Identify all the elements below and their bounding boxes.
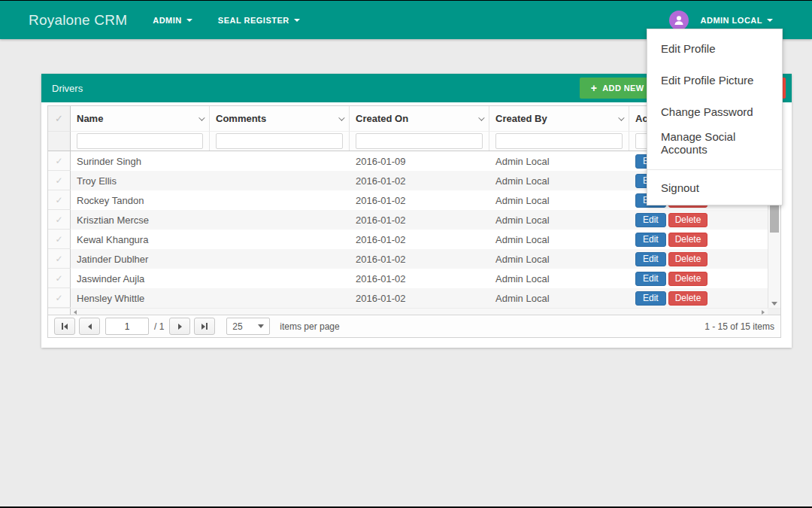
- person-icon: [673, 14, 685, 26]
- filter-input-comments[interactable]: [216, 133, 343, 149]
- edit-button[interactable]: Edit: [635, 291, 666, 306]
- cell-created-by: Admin Local: [489, 288, 629, 308]
- cell-actions: Edit Delete: [629, 269, 769, 288]
- column-menu-chevron-icon[interactable]: [618, 114, 624, 120]
- cell-created-by: Admin Local: [489, 269, 629, 288]
- filter-cell-created-by: [489, 132, 629, 151]
- select-all-column-header[interactable]: ✓: [48, 106, 71, 132]
- menu-item-label: Edit Profile Picture: [661, 74, 753, 87]
- delete-button[interactable]: Delete: [668, 233, 708, 247]
- pager-previous-page-button[interactable]: [79, 318, 100, 335]
- nav-menu-seal-register[interactable]: SEAL REGISTER: [218, 16, 300, 25]
- cell-created-by: Admin Local: [489, 151, 629, 171]
- hscroll-left-spacer: [48, 309, 71, 315]
- chevron-down-icon: [294, 19, 300, 22]
- column-header-name[interactable]: Name: [71, 106, 210, 132]
- plus-icon: +: [591, 82, 598, 94]
- edit-button[interactable]: Edit: [635, 272, 666, 286]
- table-row: ✓ Jatinder Dublher 2016-01-02 Admin Loca…: [48, 249, 780, 269]
- cell-created-by: Admin Local: [489, 249, 629, 269]
- scroll-left-arrow-icon[interactable]: [71, 309, 80, 315]
- check-icon: ✓: [55, 113, 63, 124]
- delete-button[interactable]: Delete: [668, 252, 708, 266]
- check-icon: ✓: [55, 156, 62, 166]
- filter-cell-name: [71, 132, 210, 151]
- column-menu-chevron-icon[interactable]: [478, 114, 484, 120]
- pager-page-input[interactable]: [105, 318, 149, 335]
- menu-item-edit-profile-picture[interactable]: Edit Profile Picture: [647, 64, 782, 96]
- cell-created-on: 2016-01-02: [350, 230, 489, 249]
- scrollbar-corner: [768, 309, 780, 315]
- check-icon: ✓: [55, 293, 62, 303]
- menu-item-edit-profile[interactable]: Edit Profile: [647, 32, 782, 64]
- signout-label: Signout: [661, 181, 699, 194]
- check-icon: ✓: [55, 175, 62, 186]
- chevron-down-icon: [767, 19, 773, 22]
- row-select-cell[interactable]: ✓: [48, 249, 71, 269]
- menu-spacer: [647, 159, 782, 169]
- row-select-cell[interactable]: ✓: [48, 210, 71, 230]
- check-icon: ✓: [55, 214, 62, 225]
- cell-name: Kewal Khangura: [71, 230, 210, 249]
- filter-input-created-on[interactable]: [356, 133, 483, 149]
- cell-actions: Edit Delete: [629, 288, 769, 308]
- scroll-down-arrow-icon[interactable]: [768, 299, 780, 308]
- column-menu-chevron-icon[interactable]: [198, 114, 205, 120]
- user-area: ADMIN LOCAL: [669, 11, 774, 30]
- pager-info: 1 - 15 of 15 items: [704, 321, 774, 332]
- cell-created-on: 2016-01-02: [350, 288, 489, 308]
- page-size-select[interactable]: 25: [226, 318, 270, 335]
- menu-item-label: Manage Social Accounts: [661, 130, 782, 156]
- cell-name: Jatinder Dublher: [71, 249, 210, 269]
- row-select-cell[interactable]: ✓: [48, 171, 71, 190]
- row-select-cell[interactable]: ✓: [48, 288, 71, 308]
- check-icon: ✓: [55, 234, 62, 245]
- edit-button[interactable]: Edit: [635, 252, 666, 266]
- column-header-created-on[interactable]: Created On: [350, 106, 489, 132]
- row-select-cell[interactable]: ✓: [48, 230, 71, 249]
- cell-created-by: Admin Local: [489, 210, 629, 230]
- menu-item-manage-social-accounts[interactable]: Manage Social Accounts: [647, 127, 782, 159]
- window-top-edge: [0, 0, 812, 1]
- filter-input-name[interactable]: [77, 133, 203, 149]
- nav-menu-admin-label: ADMIN: [153, 16, 182, 25]
- cell-created-on: 2016-01-02: [350, 190, 489, 210]
- cell-name: Surinder Singh: [71, 151, 210, 171]
- edit-button[interactable]: Edit: [635, 233, 666, 247]
- pager-first-page-button[interactable]: [54, 318, 75, 335]
- filter-input-created-by[interactable]: [495, 133, 623, 149]
- edit-button[interactable]: Edit: [635, 213, 666, 227]
- nav-menu-admin[interactable]: ADMIN: [153, 16, 192, 25]
- delete-button[interactable]: Delete: [668, 291, 708, 306]
- row-select-cell[interactable]: ✓: [48, 269, 71, 288]
- grid-pager: / 1 25 items per page 1 - 15 of 15 items: [48, 315, 780, 337]
- app-brand: Royalone CRM: [29, 12, 127, 29]
- cell-name: Krisztian Mercse: [71, 210, 210, 230]
- pager-last-page-button[interactable]: [194, 318, 215, 335]
- column-header-created-by-label: Created By: [495, 113, 547, 124]
- menu-item-signout[interactable]: Signout: [647, 170, 782, 205]
- table-row: ✓ Hensley Whittle 2016-01-02 Admin Local…: [48, 288, 780, 308]
- row-select-cell[interactable]: ✓: [48, 151, 71, 171]
- column-header-created-by[interactable]: Created By: [489, 106, 629, 132]
- column-menu-chevron-icon[interactable]: [338, 114, 344, 120]
- column-header-created-on-label: Created On: [356, 113, 408, 124]
- column-header-comments[interactable]: Comments: [210, 106, 350, 132]
- cell-created-on: 2016-01-02: [350, 210, 489, 230]
- table-row: ✓ Kewal Khangura 2016-01-02 Admin Local …: [48, 230, 780, 249]
- delete-button[interactable]: Delete: [668, 213, 708, 227]
- delete-button[interactable]: Delete: [668, 272, 708, 286]
- items-per-page-label: items per page: [280, 321, 339, 332]
- cell-created-on: 2016-01-02: [350, 249, 489, 269]
- check-icon: ✓: [55, 195, 62, 205]
- panel-title: Drivers: [52, 83, 83, 94]
- menu-item-label: Change Password: [661, 105, 753, 118]
- menu-item-change-password[interactable]: Change Password: [647, 96, 782, 127]
- pager-next-page-button[interactable]: [169, 318, 190, 335]
- scroll-right-arrow-icon[interactable]: [759, 309, 768, 315]
- row-select-cell[interactable]: ✓: [48, 190, 71, 210]
- avatar[interactable]: [669, 11, 689, 30]
- horizontal-scrollbar[interactable]: [71, 309, 768, 315]
- cell-comments: [210, 171, 350, 190]
- user-menu-toggle[interactable]: ADMIN LOCAL: [701, 16, 774, 25]
